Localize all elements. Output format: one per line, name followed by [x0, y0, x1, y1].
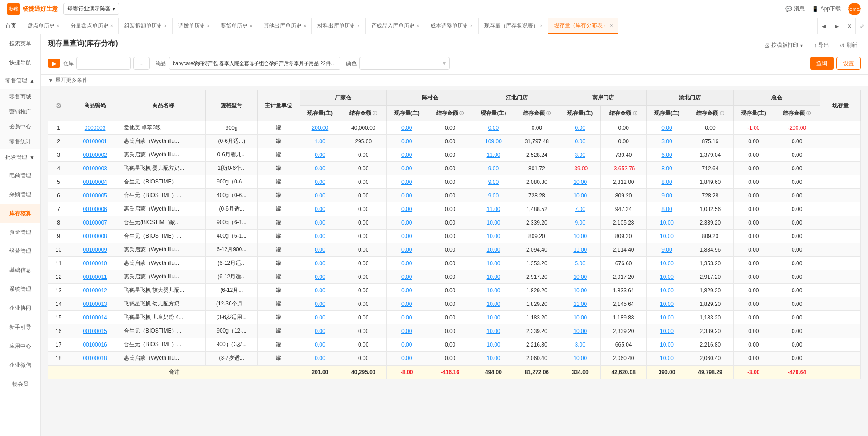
- yubeibei-stock-link[interactable]: 10.00: [660, 314, 674, 321]
- tab-purchase-order[interactable]: 要货单历史 ×: [215, 18, 258, 34]
- info-icon[interactable]: ⓘ: [633, 111, 637, 116]
- tab-assembly[interactable]: 组装拆卸单历史 ×: [119, 18, 173, 34]
- factory-stock-link[interactable]: 0.00: [315, 165, 325, 172]
- store-selector[interactable]: 母婴行业演示陈套 ▾: [63, 3, 119, 15]
- factory-stock-link[interactable]: 0.00: [315, 328, 325, 334]
- sidebar-item-finance[interactable]: 资金管理: [0, 223, 40, 242]
- color-input[interactable]: ▾: [359, 57, 450, 70]
- yubeibei-stock-link[interactable]: 10.00: [660, 301, 674, 307]
- refresh-btn[interactable]: ↺ 刷新: [836, 40, 861, 51]
- jiangbei-stock-link[interactable]: 0.00: [488, 125, 499, 131]
- warehouse-ellipsis-btn[interactable]: ...: [133, 57, 150, 70]
- sidebar-item-app-center[interactable]: 应用中心: [0, 337, 40, 356]
- code-link[interactable]: 00100001: [83, 138, 107, 145]
- product-input[interactable]: babycare孕妇待产包 春季入院全套母子组合孕妇产后冬季月子用品 22件套 …: [169, 57, 340, 70]
- jiangbei-stock-link[interactable]: 10.00: [486, 247, 500, 253]
- tab-sub-inventory[interactable]: 分量盘点单历史 ×: [65, 18, 119, 34]
- jiangbei-stock-link[interactable]: 9.00: [488, 179, 499, 185]
- info-icon[interactable]: ⓘ: [459, 111, 464, 116]
- sidebar-item-quick-nav[interactable]: 快捷导航: [0, 53, 40, 72]
- nanan-stock-link[interactable]: -39.00: [572, 165, 588, 172]
- sidebar-item-search[interactable]: 搜索英单: [0, 34, 40, 53]
- chenling-stock-link[interactable]: 0.00: [401, 355, 412, 361]
- nanan-stock-link[interactable]: 10.00: [573, 314, 587, 321]
- sidebar-item-system-mgmt[interactable]: 系统管理: [0, 280, 40, 299]
- yubeibei-stock-link[interactable]: 8.00: [661, 179, 672, 185]
- sidebar-item-purchase[interactable]: 采购管理: [0, 185, 40, 204]
- jiangbei-stock-link[interactable]: 10.00: [486, 328, 500, 334]
- jiangbei-stock-link[interactable]: 11.00: [486, 206, 500, 212]
- tab-close-icon[interactable]: ×: [164, 23, 167, 28]
- code-link[interactable]: 00100008: [83, 233, 107, 239]
- export-btn[interactable]: ↑ 导出: [810, 40, 833, 51]
- sidebar-sub-retail-store[interactable]: 零售商城: [0, 89, 40, 104]
- factory-stock-link[interactable]: 0.00: [315, 301, 325, 307]
- factory-stock-link[interactable]: 0.00: [315, 314, 325, 321]
- tab-next-btn[interactable]: ▶: [830, 18, 843, 34]
- chenling-stock-link[interactable]: 0.00: [401, 179, 412, 185]
- jiangbei-stock-link[interactable]: 10.00: [486, 301, 500, 307]
- app-download-btn[interactable]: 📱 App下载: [812, 5, 841, 13]
- nanan-stock-link[interactable]: 10.00: [573, 233, 587, 239]
- chenling-stock-link[interactable]: 0.00: [401, 192, 412, 199]
- code-link[interactable]: 0000003: [85, 125, 106, 131]
- nanan-stock-link[interactable]: 5.00: [575, 260, 585, 267]
- nanan-stock-link[interactable]: 0.00: [575, 125, 585, 131]
- chenling-stock-link[interactable]: 0.00: [401, 328, 412, 334]
- nanan-stock-link[interactable]: 10.00: [573, 287, 587, 294]
- tab-transfer[interactable]: 调拨单历史 ×: [173, 18, 216, 34]
- code-link[interactable]: 00100014: [83, 314, 107, 321]
- sidebar-item-enterprise-wechat[interactable]: 企业微信: [0, 356, 40, 375]
- factory-stock-link[interactable]: 0.00: [315, 192, 325, 199]
- tab-stock-status[interactable]: 现存量（库存状况表） ×: [479, 18, 549, 34]
- code-link[interactable]: 00100010: [83, 260, 107, 267]
- jiangbei-stock-link[interactable]: 10.00: [486, 260, 500, 267]
- tab-prev-btn[interactable]: ◀: [817, 18, 830, 34]
- yubeibei-stock-link[interactable]: 9.00: [661, 192, 672, 199]
- yubeibei-stock-link[interactable]: 8.00: [661, 165, 672, 172]
- yubeibei-stock-link[interactable]: 9.00: [661, 247, 672, 253]
- yubeibei-stock-link[interactable]: 10.00: [660, 342, 674, 348]
- yubeibei-stock-link[interactable]: 8.00: [661, 206, 672, 212]
- code-link[interactable]: 00100015: [83, 328, 107, 334]
- factory-stock-link[interactable]: 0.00: [315, 220, 325, 226]
- sidebar-item-ecommerce[interactable]: 电商管理: [0, 166, 40, 185]
- sidebar-sub-retail-stats[interactable]: 零售统计: [0, 134, 40, 149]
- info-icon[interactable]: ⓘ: [373, 111, 377, 116]
- jiangbei-stock-link[interactable]: 10.00: [486, 342, 500, 348]
- yubeibei-stock-link[interactable]: 10.00: [660, 260, 674, 267]
- collapse-btn[interactable]: ▶: [48, 59, 60, 68]
- sidebar-item-wholesale-mgmt[interactable]: 批发管理 ▼: [0, 149, 40, 166]
- jiangbei-stock-link[interactable]: 10.00: [486, 274, 500, 280]
- factory-stock-link[interactable]: 0.00: [315, 274, 325, 280]
- code-link[interactable]: 00100016: [83, 342, 107, 348]
- warehouse-input[interactable]: [76, 57, 131, 70]
- sidebar-item-operation[interactable]: 经营管理: [0, 242, 40, 261]
- tab-close-icon[interactable]: ×: [250, 23, 252, 28]
- jiangbei-stock-link[interactable]: 10.00: [486, 355, 500, 361]
- avatar[interactable]: demo2: [848, 3, 861, 15]
- yubeibei-stock-link[interactable]: 10.00: [660, 328, 674, 334]
- code-link[interactable]: 00100011: [83, 274, 107, 280]
- jiangbei-stock-link[interactable]: 9.00: [488, 192, 499, 199]
- nanan-stock-link[interactable]: 10.00: [573, 328, 587, 334]
- code-link[interactable]: 00100006: [83, 206, 107, 212]
- factory-stock-link[interactable]: 0.00: [315, 355, 325, 361]
- tab-expand-btn[interactable]: ⤢: [855, 18, 868, 34]
- sidebar-item-inventory[interactable]: 库存核算: [0, 204, 40, 223]
- chenling-stock-link[interactable]: 0.00: [401, 314, 412, 321]
- code-link[interactable]: 00100007: [83, 220, 107, 226]
- chenling-stock-link[interactable]: 0.00: [401, 220, 412, 226]
- yubeibei-stock-link[interactable]: 0.00: [661, 125, 672, 131]
- tab-close-all-btn[interactable]: ✕: [843, 18, 855, 34]
- chenling-stock-link[interactable]: 0.00: [401, 301, 412, 307]
- chenling-stock-link[interactable]: 0.00: [401, 247, 412, 253]
- tab-close-icon[interactable]: ×: [110, 23, 113, 28]
- factory-stock-link[interactable]: 0.00: [315, 152, 325, 158]
- nanan-stock-link[interactable]: 10.00: [573, 192, 587, 199]
- code-link[interactable]: 00100003: [83, 165, 107, 172]
- nanan-stock-link[interactable]: 11.00: [573, 247, 587, 253]
- code-link[interactable]: 00100002: [83, 152, 107, 158]
- tab-close-icon[interactable]: ×: [207, 23, 210, 28]
- jiangbei-stock-link[interactable]: 10.00: [486, 287, 500, 294]
